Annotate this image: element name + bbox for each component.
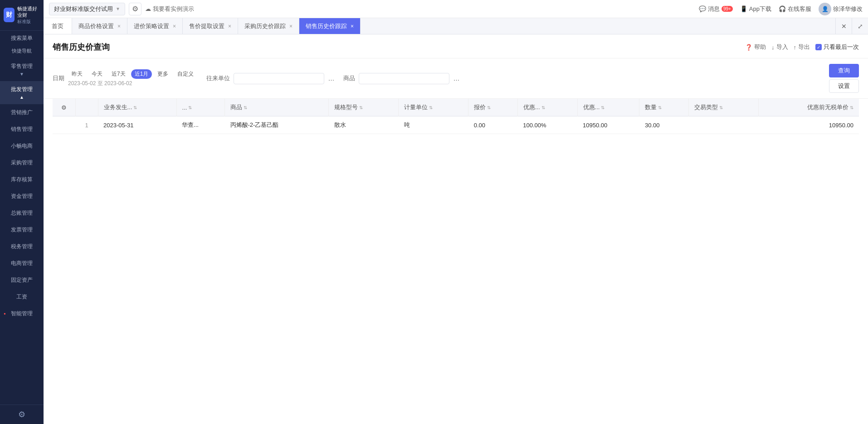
sort-icon-price: ⇅ [487,105,491,110]
tab-expand-button[interactable]: ⤢ [852,18,868,34]
sort-icon-discount1: ⇅ [541,105,545,110]
th-unit-label: 计量单位 [404,103,428,111]
tab-bar: 首页 商品价格设置 × 进价策略设置 × 售价提取设置 × 采购历史价跟踪 × … [44,18,868,34]
sidebar-item-marketing[interactable]: 营销推广 [0,104,44,121]
import-button[interactable]: ↓ 导入 [771,43,788,51]
tab-product-price-close-icon[interactable]: × [117,23,121,29]
th-transaction-type[interactable]: 交易类型 ⇅ [689,99,759,116]
tab-sale-extract[interactable]: 售价提取设置 × [183,18,238,34]
sidebar-item-invoice[interactable]: 发票管理 [0,222,44,238]
sort-icon-transaction-type: ⇅ [719,105,723,110]
sidebar-item-tax[interactable]: 税务管理 [0,238,44,255]
th-transaction-type-label: 交易类型 [694,103,718,111]
demo-button[interactable]: ☁ 我要看实例演示 [145,5,194,13]
sidebar-menu: 零售管理 ▼ 批发管理 ▲ 营销推广 销售管理 小畅电商 采购管理 库存核算 资… [0,56,44,405]
sidebar-item-retail[interactable]: 零售管理 ▼ [0,58,44,81]
accounting-label: 总账管理 [11,209,33,217]
tab-purchase-history-close-icon[interactable]: × [289,23,293,29]
tab-close-all-button[interactable]: ✕ [835,18,852,34]
th-extra[interactable]: ... ⇅ [176,99,225,116]
th-index [75,99,98,116]
tabs-end-controls: ✕ ⤢ [835,18,868,34]
export-button[interactable]: ↑ 导出 [794,43,810,51]
help-button[interactable]: ❓ 帮助 [745,43,766,51]
online-service-label: 在线客服 [788,5,811,13]
user-menu[interactable]: 👤 徐泽华修改 [819,3,863,15]
date-option-more[interactable]: 更多 [154,69,172,79]
help-icon: ❓ [745,44,752,51]
export-icon: ↑ [794,44,797,51]
sidebar-search[interactable]: 搜索菜单 [0,31,44,46]
app-download-button[interactable]: 📱 App下载 [740,5,771,13]
message-badge: 99+ [722,6,733,12]
app-selector[interactable]: 好业财标准版交付试用 ▼ [49,3,125,15]
sidebar-item-inventory[interactable]: 库存核算 [0,171,44,188]
supplier-more-icon[interactable]: … [328,75,334,82]
tab-purchase-strategy-close-icon[interactable]: × [173,23,176,29]
sidebar-quick-nav[interactable]: 快捷导航 [0,46,44,56]
filter-settings-button[interactable]: 设置 [829,79,859,93]
date-option-1month[interactable]: 近1月 [131,69,152,79]
sidebar-item-sales[interactable]: 销售管理 [0,121,44,138]
product-more-icon[interactable]: … [453,75,459,82]
cell-unit: 吨 [399,116,468,134]
ecommerce-small-label: 小畅电商 [11,142,33,150]
message-button[interactable]: 💬 消息 99+ [699,5,733,13]
tab-product-price[interactable]: 商品价格设置 × [72,18,127,34]
th-spec[interactable]: 规格型号 ⇅ [329,99,399,116]
th-discount1[interactable]: 优惠... ⇅ [517,99,577,116]
th-quantity[interactable]: 数量 ⇅ [639,99,689,116]
th-discount2[interactable]: 优惠... ⇅ [577,99,639,116]
date-range-text: 2023-05-02 至 2023-06-02 [68,80,197,87]
tab-purchase-history[interactable]: 采购历史价跟踪 × [238,18,299,34]
sidebar-item-assets[interactable]: 固定资产 [0,272,44,289]
date-option-7days[interactable]: 近7天 [108,69,129,79]
sidebar-item-smart[interactable]: 智能管理 [0,305,44,322]
tab-sale-extract-close-icon[interactable]: × [228,23,231,29]
supplier-filter-label: 往来单位 [206,74,230,82]
product-input[interactable] [359,73,449,84]
cell-quantity: 30.00 [639,116,689,134]
import-label: 导入 [776,43,788,51]
date-option-today[interactable]: 今天 [88,69,106,79]
topbar-settings-button[interactable]: ⚙ [129,3,141,15]
th-product[interactable]: 商品 ⇅ [225,99,329,116]
query-button[interactable]: 查询 [829,64,859,77]
tab-home[interactable]: 首页 [44,18,72,34]
sort-icon-quantity: ⇅ [658,105,662,110]
app-download-label: App下载 [749,5,771,13]
date-option-yesterday[interactable]: 昨天 [68,69,86,79]
th-unit[interactable]: 计量单位 ⇅ [399,99,468,116]
table-header-row: ⚙ 业务发生... ⇅ ... ⇅ [53,99,859,116]
th-business-date[interactable]: 业务发生... ⇅ [98,99,176,116]
online-service-button[interactable]: 🎧 在线客服 [779,5,811,13]
date-option-custom[interactable]: 自定义 [174,69,197,79]
gear-icon[interactable]: ⚙ [4,410,40,419]
logo-sub: 标准版 [17,19,40,25]
tab-sale-history-close-icon[interactable]: × [351,23,354,29]
last-only-checkbox[interactable]: ✓ 只看最后一次 [815,43,859,51]
sidebar-item-ecommerce-small[interactable]: 小畅电商 [0,138,44,154]
sidebar-item-wholesale[interactable]: 批发管理 ▲ [0,81,44,104]
tab-purchase-strategy[interactable]: 进价策略设置 × [127,18,183,34]
th-price[interactable]: 报价 ⇅ [468,99,518,116]
demo-cloud-icon: ☁ [145,5,151,12]
th-business-date-label: 业务发生... [104,103,132,111]
th-gear[interactable]: ⚙ [53,99,75,116]
tab-sale-history[interactable]: 销售历史价跟踪 × [299,18,361,34]
tab-purchase-history-label: 采购历史价跟踪 [244,22,286,30]
tab-purchase-strategy-label: 进价策略设置 [134,22,169,30]
sidebar-item-finance[interactable]: 资金管理 [0,188,44,205]
sidebar-item-purchase[interactable]: 采购管理 [0,154,44,171]
last-only-label: 只看最后一次 [824,43,859,51]
sidebar-item-salary[interactable]: 工资 [0,289,44,305]
sidebar-item-accounting[interactable]: 总账管理 [0,205,44,222]
cell-gear [53,116,75,134]
user-name: 徐泽华修改 [833,5,863,13]
cell-discount2: 10950.00 [577,116,639,134]
supplier-input[interactable] [234,73,324,84]
th-pretax-price[interactable]: 优惠前无税单价 ⇅ [759,99,859,116]
product-filter-label: 商品 [343,74,355,82]
tab-sale-extract-label: 售价提取设置 [189,22,224,30]
sidebar-item-ecommerce[interactable]: 电商管理 [0,255,44,272]
